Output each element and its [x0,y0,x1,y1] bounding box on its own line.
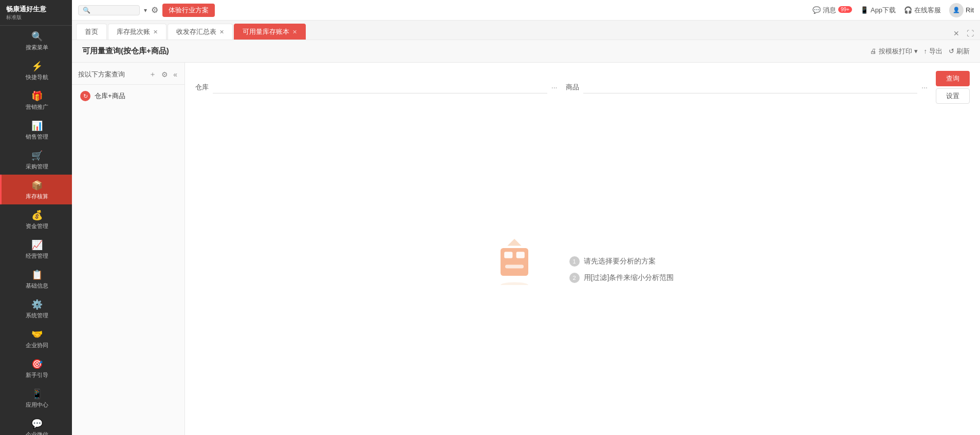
goods-filter-more[interactable]: ··· [921,83,928,91]
sidebar-item-shortcut[interactable]: ⚡ 快捷导航 [0,55,72,85]
user-profile-item[interactable]: 👤 Rit [949,3,974,17]
sidebar-item-purchase[interactable]: 🛒 采购管理 [0,145,72,175]
tab-close-batch-account[interactable]: ✕ [153,29,158,35]
app-download-item[interactable]: 📱 App下载 [860,6,896,15]
sidebar-item-marketing[interactable]: 🎁 营销推广 [0,85,72,115]
sidebar-label-marketing: 营销推广 [26,103,48,111]
tab-label-batch-account: 库存批次账 [117,27,150,36]
sidebar-item-basic[interactable]: 📋 基础信息 [0,264,72,294]
sidebar-label-system: 系统管理 [26,312,48,319]
shortcut-icon: ⚡ [31,61,43,72]
print-action[interactable]: 🖨 按模板打印 ▾ [870,47,918,56]
avatar-icon: 👤 [953,7,960,13]
svg-point-5 [501,282,528,285]
goods-filter-input[interactable] [583,81,918,93]
scheme-item-label: 仓库+商品 [95,91,125,101]
export-icon: ↑ [924,47,928,55]
sidebar-label-operations: 经营管理 [26,252,48,260]
sidebar-item-operations[interactable]: 📈 经营管理 [0,234,72,264]
query-sidebar-title: 按以下方案查询 [78,70,145,79]
marketing-icon: 🎁 [31,90,43,102]
sidebar-item-enterprise[interactable]: 🤝 企业协同 [0,324,72,353]
sidebar-item-finance[interactable]: 💰 资金管理 [0,204,72,234]
empty-tips: 1 请先选择要分析的方案 2 用[过滤]条件来缩小分析范围 [569,256,674,283]
maximize-tab-button[interactable]: ⛶ [965,27,976,40]
rotate-icon: ↻ [83,93,88,100]
header-gear-button[interactable]: ⚙ [151,5,158,15]
app-download-label: App下载 [871,6,896,15]
query-main: 仓库 ··· 商品 ··· 查询 设置 [185,63,980,435]
industry-button[interactable]: 体验行业方案 [162,4,215,17]
tab-batch-account[interactable]: 库存批次账✕ [108,24,167,40]
tab-home[interactable]: 首页 [76,24,107,40]
basic-icon: 📋 [31,269,43,280]
warehouse-filter-label: 仓库 [195,83,209,92]
manage-scheme-button[interactable]: ⚙ [160,69,169,80]
customer-service-item[interactable]: 🎧 在线客服 [904,6,941,15]
sidebar-item-inventory[interactable]: 📦 库存核算 [0,175,72,204]
svg-rect-2 [516,252,524,258]
page-title: 可用量查询(按仓库+商品) [82,46,169,56]
tip-num-1: 1 [569,256,580,267]
sidebar-item-system[interactable]: ⚙️ 系统管理 [0,294,72,324]
header-dropdown-button[interactable]: ▾ [144,7,147,14]
tab-close-available-ledger[interactable]: ✕ [292,29,297,35]
sidebar-item-sales[interactable]: 📊 销售管理 [0,115,72,145]
settings-button[interactable]: 设置 [936,88,970,104]
sidebar-label-sales: 销售管理 [26,133,48,141]
action-buttons: 查询 设置 [936,71,970,104]
sidebar-label-enterprise: 企业协同 [26,342,48,349]
add-scheme-button[interactable]: ＋ [148,69,157,80]
sidebar-item-apps[interactable]: 📱 应用中心 [0,383,72,413]
warehouse-filter-input[interactable] [213,81,547,93]
query-button[interactable]: 查询 [936,71,970,86]
warehouse-filter-more[interactable]: ··· [551,83,558,91]
export-action[interactable]: ↑ 导出 [924,47,943,56]
sidebar-label-apps: 应用中心 [26,401,48,409]
main-content: 🔍 ▾ ⚙ 体验行业方案 💬 消息 99+ 📱 App下载 🎧 在线客服 � [72,0,980,435]
tab-available-ledger[interactable]: 可用量库存账本✕ [234,24,306,40]
sidebar-item-search[interactable]: 🔍 搜索菜单 [0,26,72,55]
page-title-bar: 可用量查询(按仓库+商品) 🖨 按模板打印 ▾ ↑ 导出 ↺ 刷新 [72,40,980,63]
tab-label-home: 首页 [85,27,98,36]
sidebar-label-purchase: 采购管理 [26,163,48,171]
tab-actions: ✕ ⛶ [951,27,976,40]
sidebar: 畅康通好生意 标准版 🔍 搜索菜单 ⚡ 快捷导航 🎁 营销推广 📊 销售管理 🛒… [0,0,72,435]
tab-bar: 首页库存批次账✕收发存汇总表✕可用量库存账本✕ ✕ ⛶ [72,21,980,40]
inventory-icon: 📦 [31,180,43,191]
tip-num-2: 2 [569,273,580,283]
apps-icon: 📱 [31,388,43,400]
mobile-icon: 📱 [860,6,868,14]
tab-close-collect-summary[interactable]: ✕ [219,29,224,35]
query-sidebar-header: 按以下方案查询 ＋ ⚙ « [72,69,184,85]
query-section: 按以下方案查询 ＋ ⚙ « ↻ 仓库+商品 仓库 [72,63,980,435]
refresh-label: 刷新 [956,47,970,56]
sidebar-label-inventory: 库存核算 [26,193,48,200]
scheme-item-warehouse-goods[interactable]: ↻ 仓库+商品 [72,87,184,105]
tab-label-collect-summary: 收发存汇总表 [176,27,216,36]
sidebar-item-wechat[interactable]: 💬 企业微信 [0,413,72,435]
sidebar-label-shortcut: 快捷导航 [26,73,48,81]
header-right: 💬 消息 99+ 📱 App下载 🎧 在线客服 👤 Rit [812,3,974,17]
tip-text-2: 用[过滤]条件来缩小分析范围 [584,273,674,282]
tab-collect-summary[interactable]: 收发存汇总表✕ [168,24,233,40]
title-actions: 🖨 按模板打印 ▾ ↑ 导出 ↺ 刷新 [870,47,970,56]
query-filter-row: 仓库 ··· 商品 ··· 查询 设置 [195,71,970,104]
tab-label-available-ledger: 可用量库存账本 [243,27,289,36]
warehouse-filter-group: 仓库 ··· [195,81,558,93]
close-tab-button[interactable]: ✕ [951,27,961,40]
message-item[interactable]: 💬 消息 99+ [812,6,852,15]
sidebar-label-basic: 基础信息 [26,282,48,290]
refresh-icon: ↺ [949,47,954,55]
refresh-action[interactable]: ↺ 刷新 [949,47,970,56]
collapse-sidebar-button[interactable]: « [172,69,178,80]
empty-tip-1: 1 请先选择要分析的方案 [569,256,674,267]
sidebar-label-finance: 资金管理 [26,222,48,230]
user-avatar: 👤 [949,3,964,17]
sidebar-item-newbie[interactable]: 🎯 新手引导 [0,353,72,383]
print-dropdown-icon[interactable]: ▾ [914,47,918,55]
finance-icon: 💰 [31,210,43,221]
user-name: Rit [966,6,974,14]
sidebar-label-search: 搜索菜单 [26,44,48,51]
page-content: 可用量查询(按仓库+商品) 🖨 按模板打印 ▾ ↑ 导出 ↺ 刷新 [72,40,980,435]
